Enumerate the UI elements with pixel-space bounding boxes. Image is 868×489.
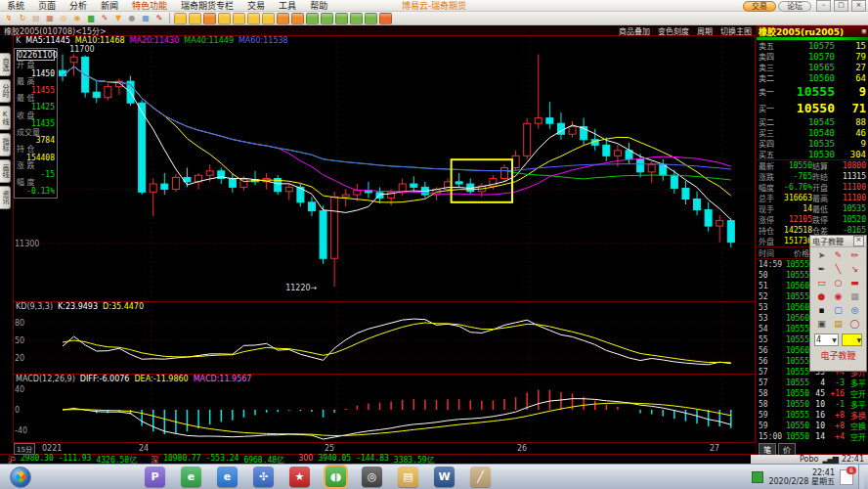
start-button[interactable] [10, 467, 31, 488]
filter-icon[interactable]: ▼ [112, 13, 124, 23]
palette-close-icon[interactable]: × [853, 236, 864, 246]
subbar-link-0[interactable]: 商品叠加 [619, 25, 650, 36]
screen-tool[interactable]: ▢ [830, 304, 846, 317]
ask-row-3[interactable]: 卖二1056064 [757, 72, 868, 83]
word-icon[interactable]: W [434, 467, 455, 487]
chart-area[interactable]: 自选分时K线指标画线资讯 11400113001170011220→805020… [0, 35, 756, 443]
minimize-button[interactable]: – [816, 0, 831, 12]
toolbar-button-7[interactable] [277, 13, 289, 24]
price-cell[interactable]: 10565 [782, 63, 835, 72]
subbar-link-2[interactable]: 周期 [697, 25, 713, 36]
browser-360-icon[interactable]: e [181, 467, 201, 487]
color-swatch-select[interactable]: ▼ [842, 333, 862, 346]
zoom-in-icon[interactable]: ◎ [58, 13, 69, 23]
dot-icon[interactable]: ● [126, 13, 138, 23]
pen-tool[interactable]: ✒ [813, 263, 830, 276]
palette-title-bar[interactable]: 电子教鞭 × [810, 236, 866, 247]
chart-icon[interactable]: ▆ [85, 13, 97, 23]
price-cell[interactable]: 10545 [782, 117, 835, 127]
quote-header-icon[interactable]: ▣ [862, 27, 866, 35]
pinwheel-icon[interactable]: ✣ [253, 467, 274, 487]
toolbar-button-5[interactable] [247, 13, 260, 24]
pattern-tool[interactable]: ▦ [846, 290, 863, 303]
tray-clock[interactable]: 22:41 2020/2/28 星期五 [768, 468, 835, 486]
toolbar-button-10[interactable] [321, 13, 333, 24]
price-cell[interactable]: 10570 [782, 52, 835, 62]
toolbar-button-14[interactable] [379, 13, 392, 24]
line-tool[interactable]: ╲ [830, 263, 846, 276]
ask-row-4[interactable]: 卖一105559 [757, 83, 868, 100]
forum-button[interactable]: 论坛 [778, 1, 811, 12]
price-cell[interactable]: 10560 [782, 73, 835, 83]
menu-item-4[interactable]: 特色功能 [125, 0, 174, 12]
filled-ellipse-tool[interactable]: ● [813, 290, 830, 303]
show-desktop-button[interactable] [858, 465, 864, 489]
pencil-tool[interactable]: ✎ [830, 249, 846, 262]
toolbar-button-8[interactable] [291, 13, 304, 24]
brush-tool[interactable]: ✏ [846, 249, 863, 262]
left-tab-4[interactable]: 画线 [0, 159, 11, 183]
grid-icon[interactable]: ▦ [140, 13, 152, 23]
pointer-tool-window[interactable]: 电子教鞭 × ➤✎✏✒╲↘▭○▬●◉▦▪▢◎▣▤◯ 4 ▼ ▼ 电子教鞭 [809, 235, 867, 372]
sogou-browser-icon[interactable]: e [217, 467, 238, 487]
price-cell[interactable]: 10540 [782, 128, 835, 138]
price-cell[interactable]: 10550 [782, 101, 835, 115]
wechat-icon[interactable]: ◖◗ [326, 467, 346, 487]
magnifier-tool[interactable]: ◎ [846, 304, 863, 317]
ask-row-0[interactable]: 卖五1057515 [757, 40, 868, 51]
menu-item-2[interactable]: 分析 [63, 0, 94, 12]
price-cell[interactable]: 10530 [782, 150, 835, 159]
toolbar-button-2[interactable] [203, 13, 216, 24]
toolbar-button-6[interactable] [262, 13, 275, 24]
price-cell[interactable]: 10575 [782, 41, 835, 51]
connect-icon[interactable]: ↯ [3, 13, 15, 23]
ellipse-tool[interactable]: ○ [830, 277, 846, 289]
broom-icon[interactable]: ╱ [470, 467, 491, 487]
menu-item-3[interactable]: 新闻 [94, 0, 125, 12]
subbar-link-3[interactable]: 切换主图 [720, 25, 752, 36]
tray-app-icon[interactable] [752, 471, 763, 483]
select-tool[interactable]: ➤ [813, 249, 830, 262]
kline-icon[interactable]: ✎ [153, 13, 165, 23]
toolbar-button-4[interactable] [233, 13, 245, 24]
calendar-icon[interactable]: ▤ [398, 467, 418, 487]
menu-item-5[interactable]: 瑞奇期货专栏 [174, 0, 240, 12]
bid-row-4[interactable]: 买五10530304 [757, 149, 868, 159]
page-icon[interactable]: ▤ [30, 13, 42, 23]
line-width-select[interactable]: 4 ▼ [814, 333, 839, 346]
menu-item-0[interactable]: 系统 [0, 0, 31, 12]
bid-row-2[interactable]: 买三1054046 [757, 127, 868, 138]
toolbar-button-13[interactable] [365, 13, 377, 24]
draw-icon[interactable]: ✎ [99, 13, 110, 23]
menu-item-6[interactable]: 交易 [240, 0, 272, 12]
bid-row-0[interactable]: 买一1055071 [757, 100, 868, 116]
ask-row-2[interactable]: 卖三1056527 [757, 62, 868, 72]
close-button[interactable]: × [851, 0, 866, 12]
disc-icon[interactable]: ◎ [362, 467, 382, 487]
refresh-icon[interactable]: ↻ [17, 13, 28, 23]
left-tab-2[interactable]: K线 [0, 106, 11, 130]
circle-tool[interactable]: ◯ [846, 318, 863, 331]
price-cell[interactable]: 10555 [782, 84, 835, 99]
price-cell[interactable]: 10535 [782, 139, 835, 149]
left-tab-1[interactable]: 分时 [0, 79, 11, 103]
stock-app-icon[interactable]: ★ [289, 467, 310, 487]
lock-tool[interactable]: ◉ [830, 290, 846, 303]
toolbar-button-3[interactable] [218, 13, 231, 24]
zoom-out-icon[interactable]: ◉ [71, 13, 83, 23]
toolbar-button-12[interactable] [350, 13, 363, 24]
blackboard-tool[interactable]: ▪ [813, 304, 830, 317]
toolbar-button-1[interactable] [189, 13, 201, 24]
period-tab[interactable]: 15分 [14, 443, 35, 455]
bid-row-1[interactable]: 买二1054588 [757, 116, 868, 127]
arrow-tool[interactable]: ↘ [846, 263, 863, 276]
toolbar-button-0[interactable] [174, 13, 187, 24]
left-tab-0[interactable]: 自选 [0, 53, 11, 76]
subbar-link-1[interactable]: 变色刻度 [658, 25, 689, 36]
trade-button[interactable]: 交易 [743, 1, 776, 12]
menu-item-7[interactable]: 工具 [272, 0, 303, 12]
layout-icon[interactable]: ▦ [44, 13, 56, 23]
pobo-taskbar-icon[interactable]: P [145, 467, 165, 487]
menu-item-1[interactable]: 页面 [31, 0, 63, 12]
notification-doc-icon[interactable]: 6 [840, 469, 853, 485]
